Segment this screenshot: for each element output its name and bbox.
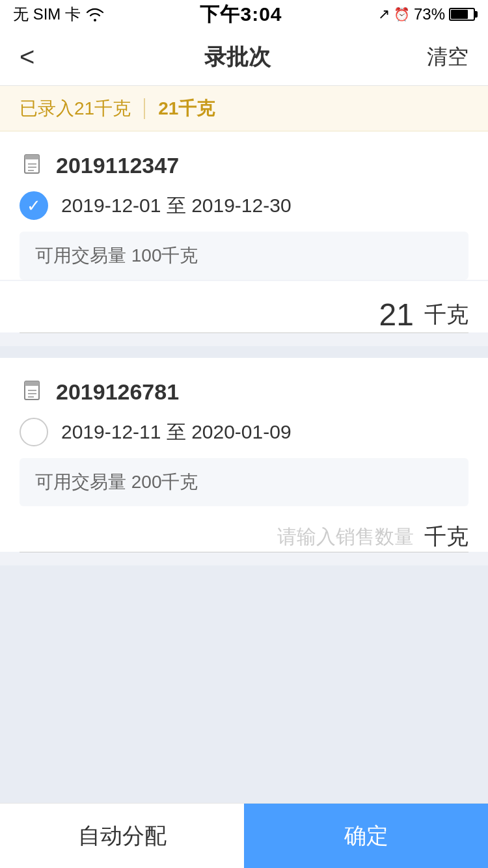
- info-amount: 21千克: [158, 96, 215, 121]
- auto-distribute-button[interactable]: 自动分配: [0, 804, 244, 868]
- bottom-bar: 自动分配 确定: [0, 803, 488, 868]
- recorded-label: 已录入21千克: [20, 96, 131, 121]
- info-divider: [144, 98, 145, 119]
- batch2-date-row[interactable]: 2019-12-11 至 2020-01-09: [20, 418, 468, 446]
- status-right-icons: ↗ ⏰ 73%: [378, 5, 475, 23]
- back-button[interactable]: <: [20, 42, 59, 72]
- document-icon: [22, 154, 46, 177]
- batch1-quantity-unit: 千克: [424, 300, 468, 330]
- batch1-underline: [20, 332, 468, 333]
- clear-button[interactable]: 清空: [416, 43, 468, 72]
- batch2-id: 2019126781: [56, 379, 179, 405]
- check-icon: ✓: [27, 197, 41, 214]
- batch1-quantity-value: 21: [379, 297, 414, 332]
- confirm-button[interactable]: 确定: [244, 804, 488, 868]
- battery-fill: [451, 10, 468, 19]
- status-carrier: 无 SIM 卡: [13, 4, 104, 25]
- batch1-date: 2019-12-01 至 2019-12-30: [61, 193, 291, 219]
- batch2-radio[interactable]: [20, 418, 48, 446]
- svg-rect-1: [25, 155, 39, 159]
- batch2-icon: [20, 377, 48, 406]
- location-icon: ↗: [378, 6, 390, 23]
- batch2-input-unit: 千克: [424, 522, 468, 552]
- batch1-id: 2019112347: [56, 153, 179, 178]
- batch1-date-row[interactable]: ✓ 2019-12-01 至 2019-12-30: [20, 191, 468, 220]
- batch2-available-box: 可用交易量 200千克: [20, 458, 468, 506]
- batch2-input-row[interactable]: 请输入销售数量 千克: [0, 506, 488, 552]
- nav-bar: < 录批次 清空: [0, 29, 488, 86]
- batch1-header: 2019112347: [20, 151, 468, 180]
- batch1-radio[interactable]: ✓: [20, 191, 48, 220]
- batch2-available: 可用交易量 200千克: [35, 472, 198, 492]
- document2-icon: [22, 380, 46, 403]
- status-bar: 无 SIM 卡 下午3:04 ↗ ⏰ 73%: [0, 0, 488, 29]
- battery-percent: 73%: [414, 5, 445, 23]
- batch1-available-box: 可用交易量 100千克: [20, 232, 468, 280]
- batch1-quantity-row: 21 千克: [0, 281, 488, 332]
- info-banner: 已录入21千克 21千克: [0, 86, 488, 131]
- page-title: 录批次: [204, 42, 271, 72]
- batch2-underline: [20, 552, 468, 552]
- alarm-icon: ⏰: [394, 7, 410, 22]
- wifi-icon: [86, 7, 104, 21]
- battery-icon: [449, 8, 475, 21]
- batch2-header: 2019126781: [20, 377, 468, 406]
- status-time: 下午3:04: [200, 1, 282, 28]
- batch1-card: 2019112347 ✓ 2019-12-01 至 2019-12-30 可用交…: [0, 131, 488, 280]
- carrier-text: 无 SIM 卡: [13, 4, 81, 25]
- batch1-icon: [20, 151, 48, 180]
- batch2-input-placeholder: 请输入销售数量: [277, 524, 414, 550]
- section-divider: [0, 346, 488, 358]
- svg-rect-6: [25, 381, 39, 386]
- batch2-card: 2019126781 2019-12-11 至 2020-01-09 可用交易量…: [0, 358, 488, 506]
- batch2-date: 2019-12-11 至 2020-01-09: [61, 419, 291, 446]
- batch1-available: 可用交易量 100千克: [35, 245, 198, 265]
